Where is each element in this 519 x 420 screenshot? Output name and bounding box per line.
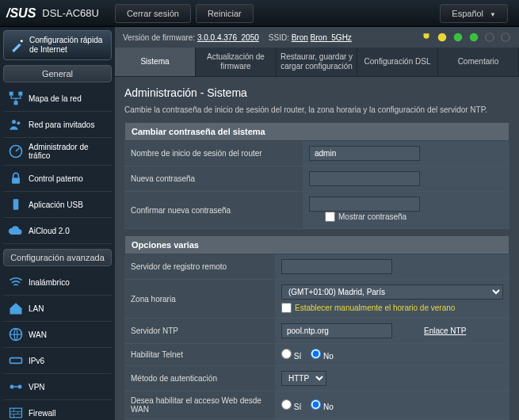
section-password-head: Cambiar contraseña del sistema [124, 122, 509, 141]
ntp-label: Servidor NTP [124, 319, 275, 344]
trophy-icon [421, 32, 432, 43]
ssid-1[interactable]: Bron [292, 33, 308, 42]
svg-point-15 [454, 33, 463, 42]
telnet-yes[interactable] [281, 349, 292, 359]
svg-rect-10 [10, 358, 22, 364]
svg-rect-8 [13, 199, 19, 209]
tz-select[interactable]: (GMT+01:00) Madrid, París [281, 284, 503, 300]
password-table: Nombre de inicio de sesión del router Nu… [124, 141, 509, 229]
sidebar-item-traffic-manager[interactable]: Administrador de tráfico [3, 138, 112, 166]
confirmpw-input[interactable] [309, 197, 420, 212]
network-map-icon [8, 90, 24, 106]
info-icon [437, 32, 448, 43]
reboot-button[interactable]: Reiniciar [196, 4, 254, 23]
status-icons [421, 32, 511, 43]
link-status-icon [484, 32, 495, 43]
sidebar-general-head: General [3, 65, 112, 82]
wan-yes[interactable] [281, 399, 292, 410]
qis-button[interactable]: Configuración rápida de Internet [3, 30, 112, 60]
top-bar: /SUS DSL-AC68U Cerrar sesión Reiniciar E… [0, 0, 519, 27]
svg-point-11 [10, 385, 14, 389]
telnet-label: Habilitar Telnet [124, 344, 275, 366]
wifi-status-icon [500, 32, 511, 43]
svg-point-4 [12, 120, 16, 124]
sidebar-item-firewall[interactable]: Firewall [3, 400, 112, 420]
confirmpw-label: Confirmar nueva contraseña [124, 192, 303, 229]
ipv6-icon [8, 353, 24, 368]
dst-checkbox[interactable] [281, 303, 292, 313]
showpw-checkbox[interactable] [325, 212, 335, 222]
language-selector[interactable]: Español [440, 4, 513, 23]
auth-select[interactable]: HTTP [281, 371, 326, 386]
sidebar-item-lan[interactable]: LAN [3, 296, 112, 322]
tab-dsl[interactable]: Configuración DSL [357, 48, 438, 76]
wifi-icon [8, 274, 24, 290]
gauge-icon [8, 143, 24, 159]
ntp-link[interactable]: Enlace NTP [424, 326, 466, 335]
sidebar-item-network-map[interactable]: Mapa de la red [3, 86, 112, 112]
logout-button[interactable]: Cerrar sesión [115, 4, 191, 23]
telnet-no[interactable] [311, 349, 321, 359]
lock-icon [8, 170, 24, 186]
guest-icon [8, 116, 24, 132]
globe-status-icon [452, 32, 464, 43]
login-label: Nombre de inicio de sesión del router [124, 141, 303, 166]
svg-rect-7 [12, 178, 20, 184]
svg-rect-2 [18, 92, 22, 96]
sidebar-item-wireless[interactable]: Inalámbrico [3, 269, 112, 296]
wand-icon [10, 38, 25, 52]
firmware-bar: Versión de firmware: 3.0.0.4.376_2050 SS… [115, 27, 519, 48]
main-panel: Versión de firmware: 3.0.0.4.376_2050 SS… [115, 27, 519, 420]
svg-rect-1 [10, 92, 13, 96]
tab-bar: Sistema Actualización de firmware Restau… [115, 48, 519, 77]
svg-point-16 [470, 33, 479, 42]
tab-system[interactable]: Sistema [115, 48, 196, 76]
firewall-icon [8, 405, 24, 420]
section-misc-head: Opciones varias [124, 235, 509, 254]
syslog-input[interactable] [281, 259, 392, 274]
svg-point-14 [438, 33, 447, 42]
login-input[interactable] [309, 146, 420, 161]
svg-point-0 [21, 40, 23, 42]
sidebar-item-ipv6[interactable]: IPv6 [3, 348, 112, 374]
sidebar-item-aicloud[interactable]: AiCloud 2.0 [3, 218, 112, 244]
svg-point-5 [17, 121, 20, 124]
sidebar-item-wan[interactable]: WAN [3, 322, 112, 348]
newpw-label: Nueva contraseña [124, 166, 303, 192]
auth-label: Método de autenticación [124, 366, 275, 391]
syslog-label: Servidor de registro remoto [124, 254, 275, 280]
misc-table: Servidor de registro remoto Zona horaria… [124, 254, 509, 420]
page-title: Administración - Sistema [124, 86, 509, 99]
page-desc: Cambie la contraseña de inicio de sesión… [124, 105, 509, 114]
wan-label: Desea habilitar el acceso Web desde WAN [124, 391, 275, 419]
cloud-icon [8, 223, 24, 239]
ntp-input[interactable] [281, 323, 392, 338]
brand-logo: /SUS [6, 6, 36, 21]
sidebar-advanced-head: Configuración avanzada [3, 249, 112, 266]
vpn-icon [8, 379, 24, 395]
usb-icon [8, 197, 24, 212]
tab-feedback[interactable]: Comentario [438, 48, 519, 76]
fw-version-link[interactable]: 3.0.0.4.376_2050 [197, 33, 259, 42]
usb-status-icon [468, 32, 479, 43]
sidebar-item-guest-network[interactable]: Red para invitados [3, 112, 112, 138]
sidebar-item-parental[interactable]: Control paterno [3, 166, 112, 192]
ssid-label: SSID: [269, 33, 289, 42]
wan-no[interactable] [311, 399, 321, 410]
sidebar-item-vpn[interactable]: VPN [3, 374, 112, 400]
svg-point-18 [502, 33, 510, 42]
tz-label: Zona horaria [124, 280, 275, 319]
fw-label: Versión de firmware: [123, 33, 195, 42]
newpw-input[interactable] [309, 171, 420, 186]
tab-firmware[interactable]: Actualización de firmware [196, 48, 277, 76]
model-name: DSL-AC68U [42, 7, 99, 19]
globe-icon [8, 326, 24, 342]
home-icon [8, 300, 24, 316]
sidebar: Configuración rápida de Internet General… [0, 27, 115, 420]
svg-rect-13 [10, 408, 22, 418]
svg-rect-3 [14, 101, 18, 105]
sidebar-item-usb-app[interactable]: Aplicación USB [3, 192, 112, 218]
svg-point-12 [18, 385, 22, 389]
tab-restore[interactable]: Restaurar, guardar y cargar configuració… [277, 48, 357, 76]
ssid-2[interactable]: Bron_5GHz [311, 33, 352, 42]
